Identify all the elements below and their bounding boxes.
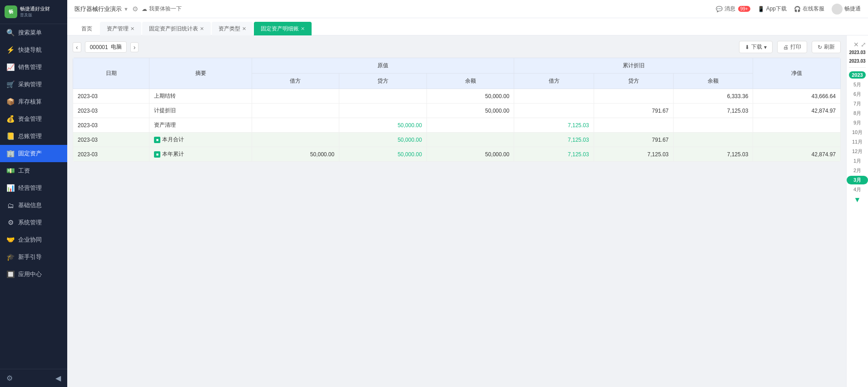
download-button[interactable]: ⬇ 下载 ▾ [739, 41, 773, 53]
month-item[interactable]: 7月 [847, 99, 868, 108]
message-icon: 💬 [716, 6, 723, 12]
sidebar-item-inventory[interactable]: 📦 库存核算 [0, 93, 67, 110]
table-row[interactable]: 2023-03 计提折旧 50,000.00 791.67 7,125.03 4… [73, 104, 841, 118]
td-balance: 50,000.00 [427, 104, 514, 118]
tab-asset-detail[interactable]: 固定资产明细账 ✕ [254, 22, 312, 35]
month-item[interactable]: 4月 [847, 185, 868, 194]
finance-icon: 💰 [6, 115, 15, 123]
td-acc-credit [594, 89, 673, 104]
expand-panel-icon[interactable]: ⤢ [861, 41, 866, 48]
sidebar-item-label: 总账管理 [18, 132, 42, 140]
sidebar-item-finance[interactable]: 💰 资金管理 [0, 110, 67, 128]
sidebar-item-label: 资金管理 [18, 115, 42, 123]
sidebar-item-guide[interactable]: 🎓 新手引导 [0, 248, 67, 266]
download-dropdown-icon: ▾ [764, 44, 767, 50]
sidebar-item-label: 快捷导航 [18, 46, 42, 54]
record-name: 电脑 [111, 43, 122, 51]
month-item[interactable]: 8月 [847, 109, 868, 118]
current-year-badge[interactable]: 2023 [849, 71, 865, 79]
tab-depreciation[interactable]: 固定资产折旧统计表 ✕ [142, 22, 211, 35]
td-date: 2023-03 [73, 89, 149, 104]
system-icon: ⚙ [6, 218, 15, 227]
sidebar-item-label: 企业协同 [18, 236, 42, 244]
prev-record-button[interactable]: ‹ [73, 42, 81, 52]
close-panel-icon[interactable]: ✕ [853, 41, 859, 48]
th-acc-balance: 余额 [674, 74, 753, 89]
user-profile[interactable]: 畅捷通 [832, 4, 861, 15]
table-row[interactable]: 2023-03 资产清理 50,000.00 7,125.03 [73, 118, 841, 133]
sidebar-item-quick-nav[interactable]: ⚡ 快捷导航 [0, 41, 67, 59]
app-dl-label: App下载 [766, 5, 787, 13]
tab-asset-mgmt-close[interactable]: ✕ [130, 26, 134, 32]
th-balance: 余额 [427, 74, 514, 89]
td-acc-debit: 7,125.03 [514, 133, 594, 147]
month-item[interactable]: 5月 [847, 80, 868, 89]
tab-depreciation-close[interactable]: ✕ [200, 26, 204, 32]
month-item[interactable]: 6月 [847, 90, 868, 99]
sidebar-item-apps[interactable]: 🔲 应用中心 [0, 266, 67, 283]
next-record-button[interactable]: › [130, 42, 139, 52]
table-row[interactable]: 2023-03 ■本月合计 50,000.00 7,125.03 791.67 [73, 133, 841, 147]
company-name: 医疗器械行业演示 [74, 5, 122, 13]
sidebar-item-fixed-assets[interactable]: 🏢 固定资产 [0, 145, 67, 162]
sidebar-item-collab[interactable]: 🤝 企业协同 [0, 231, 67, 248]
refresh-button[interactable]: ↻ 刷新 [812, 41, 841, 53]
right-panel: ✕ ⤢ 2023.032023.0320235月6月7月8月9月10月11月12… [846, 35, 868, 387]
month-item[interactable]: 3月 [847, 176, 868, 184]
month-item[interactable]: 1月 [847, 157, 868, 165]
settings-button[interactable]: ⚙ [6, 374, 13, 382]
td-acc-credit [594, 118, 673, 133]
month-item[interactable]: 10月 [847, 128, 868, 137]
td-acc-balance: 7,125.03 [674, 147, 753, 162]
td-acc-debit: 7,125.03 [514, 147, 594, 162]
message-label: 消息 [724, 5, 735, 13]
collapse-button[interactable]: ◀ [55, 374, 61, 382]
app-download-button[interactable]: 📱 App下载 [758, 5, 787, 13]
tab-asset-mgmt[interactable]: 资产管理 ✕ [100, 22, 141, 35]
sidebar-item-ledger[interactable]: 📒 总账管理 [0, 128, 67, 145]
print-button[interactable]: 🖨 打印 [777, 41, 807, 53]
tab-asset-type-close[interactable]: ✕ [242, 26, 246, 32]
refresh-label: 刷新 [824, 43, 835, 51]
service-label: 在线客服 [803, 5, 824, 13]
sidebar-item-sales[interactable]: 📈 销售管理 [0, 59, 67, 76]
td-summary: ■本月合计 [149, 133, 252, 147]
table-row[interactable]: 2023-03 ■本年累计 50,000.00 50,000.00 50,000… [73, 147, 841, 162]
message-badge: 99+ [738, 6, 750, 12]
sidebar-item-search[interactable]: 🔍 搜索菜单 [0, 24, 67, 41]
month-item[interactable]: 12月 [847, 147, 868, 156]
td-acc-debit [514, 89, 594, 104]
sidebar-item-system[interactable]: ⚙ 系统管理 [0, 214, 67, 231]
tab-home[interactable]: 首页 [74, 22, 99, 35]
company-selector[interactable]: 医疗器械行业演示 ▼ [74, 5, 129, 13]
td-credit: 50,000.00 [339, 147, 427, 162]
table-row[interactable]: 2023-03 上期结转 50,000.00 6,333.36 43,666.6… [73, 89, 841, 104]
td-balance: 50,000.00 [427, 147, 514, 162]
month-selector: 2023.032023.0320235月6月7月8月9月10月11月12月1月2… [847, 48, 868, 194]
messages-button[interactable]: 💬 消息 99+ [716, 5, 750, 13]
app-edition: 普及版 [20, 12, 50, 18]
sidebar-item-payroll[interactable]: 💵 工资 [0, 162, 67, 179]
download-icon: ⬇ [745, 44, 749, 50]
td-acc-credit: 791.67 [594, 104, 673, 118]
td-summary: 计提折旧 [149, 104, 252, 118]
td-balance: 50,000.00 [427, 89, 514, 104]
month-item[interactable]: 9月 [847, 119, 868, 127]
sidebar: 畅 畅捷通好业财 普及版 🔍 搜索菜单 ⚡ 快捷导航 📈 销售管理 🛒 采购管理… [0, 0, 67, 387]
customer-service-button[interactable]: 🎧 在线客服 [794, 5, 824, 13]
month-item[interactable]: 11月 [847, 138, 868, 146]
tab-asset-type[interactable]: 资产类型 ✕ [212, 22, 253, 35]
scroll-down-icon[interactable]: ▼ [854, 196, 861, 204]
month-item[interactable]: 2月 [847, 166, 868, 175]
sidebar-item-operations[interactable]: 📊 经营管理 [0, 179, 67, 197]
purchase-icon: 🛒 [6, 80, 15, 89]
td-credit [339, 89, 427, 104]
td-acc-debit [514, 104, 594, 118]
td-debit [252, 118, 339, 133]
tab-asset-detail-label: 固定资产明细账 [261, 25, 299, 33]
tab-asset-detail-close[interactable]: ✕ [301, 26, 305, 32]
experience-button[interactable]: ☁ 我要体验一下 [142, 5, 182, 13]
sidebar-item-purchase[interactable]: 🛒 采购管理 [0, 76, 67, 93]
settings-gear-icon[interactable]: ⚙ [132, 5, 138, 13]
sidebar-item-basics[interactable]: 🗂 基础信息 [0, 197, 67, 214]
